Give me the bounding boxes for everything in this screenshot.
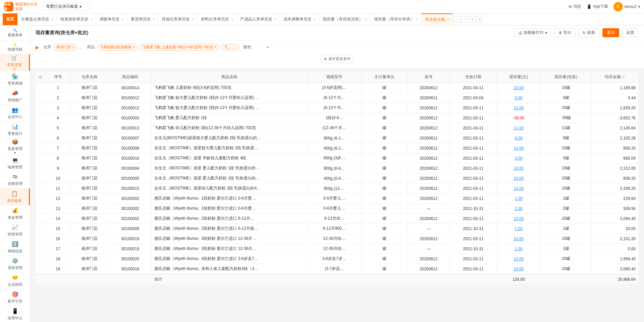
cell-balance: 2,339.20 bbox=[591, 183, 638, 194]
sidebar-item-wholesale[interactable]: 📦 批发管理 ▼ bbox=[0, 138, 30, 155]
cell-qty-main[interactable]: 10.00 bbox=[497, 254, 540, 264]
refresh-button[interactable]: ↻ 刷新 bbox=[578, 28, 600, 37]
sidebar-item-retail-shop[interactable]: 🏪 零售商城 bbox=[0, 71, 30, 88]
cell-balance: 809.20 bbox=[591, 173, 638, 183]
query-button[interactable]: 查询 bbox=[602, 28, 619, 37]
sidebar-item-member[interactable]: 👥 会员中心 bbox=[0, 105, 30, 121]
cell-qty-main[interactable]: 9.00 bbox=[497, 133, 540, 143]
cell-qty-main[interactable]: 10.00 bbox=[497, 163, 540, 173]
tab-outbound-history[interactable]: 其他出库单历史 × bbox=[158, 13, 198, 25]
cell-expire: 2021-03-11 bbox=[450, 143, 497, 153]
tab-order-history[interactable]: 要货单历史 × bbox=[127, 13, 159, 25]
sidebar-item-guide[interactable]: 🎯 新手引导 bbox=[0, 289, 30, 306]
tab-transfer-history[interactable]: 调拨单历史 × bbox=[96, 13, 127, 25]
cell-qty-main[interactable]: 2.00 bbox=[497, 204, 540, 214]
sidebar-item-enterprise[interactable]: 🤝 企业协同 bbox=[0, 272, 30, 289]
goods-tag-1[interactable]: 飞鹤奶粉3段四罐装 × bbox=[97, 44, 138, 51]
goods-tag-more[interactable]: 飞… … bbox=[221, 44, 239, 51]
tab-inventory-status[interactable]: 现存量（库存状况表）× bbox=[319, 13, 371, 25]
tab-close-icon[interactable]: × bbox=[91, 17, 93, 21]
cell-qty-main[interactable]: 10.00 bbox=[497, 173, 540, 183]
goods-tag-2[interactable]: 飞鹤星飞帆 儿童奶粉 4段(3-6岁适用) 700克 × bbox=[139, 44, 219, 51]
nav-next-arrow[interactable]: › bbox=[462, 16, 468, 23]
info-icon[interactable]: ⓘ bbox=[622, 75, 625, 79]
cell-warehouse: 南岸门店 bbox=[70, 83, 109, 93]
warehouse-more[interactable]: … bbox=[79, 45, 83, 50]
th-goods-code: 商品编码 bbox=[109, 71, 151, 83]
tab-batch-account[interactable]: 库存批次账 × bbox=[422, 13, 453, 25]
cell-qty-main[interactable]: 10.00 bbox=[497, 143, 540, 153]
cell-balance: 2,101.20 bbox=[591, 234, 638, 244]
cell-qty-main[interactable]: 10.00 bbox=[497, 83, 540, 93]
tab-close-icon[interactable]: × bbox=[416, 17, 418, 21]
sidebar-item-finance[interactable]: 💰 资金管理 bbox=[0, 205, 30, 222]
cell-qty-main[interactable]: 10.00 bbox=[497, 264, 540, 274]
tag-close-icon[interactable]: × bbox=[133, 45, 135, 49]
color-dropdown-icon[interactable]: ▾ bbox=[267, 45, 269, 50]
sidebar-item-search[interactable]: 🔍 搜索菜单 bbox=[0, 25, 30, 41]
cell-qty-main[interactable]: 10.00 bbox=[497, 103, 540, 113]
cell-qty-main[interactable]: 1.00 bbox=[497, 194, 540, 204]
tab-close-icon[interactable]: × bbox=[153, 17, 155, 21]
sidebar-item-ecommerce[interactable]: 💻 电商管理 bbox=[0, 155, 30, 172]
sidebar-item-system[interactable]: ⚙️ 系统管理 bbox=[0, 256, 30, 272]
tab-close-icon[interactable]: × bbox=[274, 17, 276, 21]
tab-finished-inbound[interactable]: 产成品入库单历史 × bbox=[237, 13, 280, 25]
cell-qty-main[interactable]: 11.00 bbox=[497, 123, 540, 133]
sidebar-item-retail-stat[interactable]: 📊 零售统计 bbox=[0, 121, 30, 138]
tab-close-icon[interactable]: × bbox=[365, 17, 367, 21]
cell-qty-main[interactable]: 10.00 bbox=[497, 214, 540, 224]
export-button[interactable]: ⬇ 导出 bbox=[554, 28, 576, 37]
cell-qty-main[interactable]: 1.00 bbox=[497, 224, 540, 234]
cell-qty-main[interactable]: -39.00 bbox=[497, 113, 540, 123]
tab-inventory-dist[interactable]: 现存量（库存分布表）× bbox=[371, 13, 422, 25]
settings-button[interactable]: 设置 bbox=[622, 28, 639, 37]
cell-qty-pkg: 10罐 bbox=[540, 103, 591, 113]
sidebar-item-marketing[interactable]: 📣 营销推广 bbox=[0, 88, 30, 105]
tab-close-icon[interactable]: × bbox=[314, 17, 316, 21]
tag-close-icon[interactable]: × bbox=[72, 45, 74, 49]
app-download-button[interactable]: 📱 App下载 bbox=[587, 4, 608, 9]
table-settings-icon[interactable]: ⚙ bbox=[39, 75, 42, 79]
tab-distribution-history[interactable]: 分量盘点单历史 × bbox=[18, 13, 57, 25]
tab-close-icon[interactable]: × bbox=[447, 18, 449, 21]
tab-close-icon[interactable]: × bbox=[51, 17, 53, 21]
th-settings[interactable]: ⚙ bbox=[36, 71, 46, 83]
sidebar-item-inventory[interactable]: 📋 库存核算 bbox=[0, 189, 30, 205]
expand-more-button[interactable]: ▼ 展开更多条件 bbox=[321, 55, 354, 63]
tab-material-outbound[interactable]: 材料出库单历史 × bbox=[198, 13, 237, 25]
logo-text: 畅捷通好生意 标题 bbox=[15, 2, 38, 11]
user-menu[interactable]: E demo2 ▾ bbox=[613, 2, 640, 11]
tab-close-icon[interactable]: × bbox=[122, 17, 124, 21]
tag-close-icon[interactable]: × bbox=[214, 45, 216, 49]
sidebar-item-retail[interactable]: 🛒 零售管理 ▼ bbox=[0, 54, 30, 71]
warehouse-tag[interactable]: 南岸门店 × bbox=[53, 44, 77, 51]
cell-spec: 1段(0-6… bbox=[307, 113, 361, 123]
message-button[interactable]: ✉ 消息 bbox=[569, 4, 581, 9]
nav-prev-arrow[interactable]: ‹ bbox=[454, 16, 461, 23]
cell-qty-main[interactable]: 1.00 bbox=[497, 244, 540, 254]
sidebar-item-purchase[interactable]: 🛍 采购管理 bbox=[0, 172, 30, 189]
cell-name: 飞鹤星飞帆 较大婴儿配方奶粉 2段(6-12个月婴幼儿适用) … bbox=[151, 93, 307, 103]
cell-qty-main[interactable]: 10.00 bbox=[497, 234, 540, 244]
tenant-select[interactable]: 母婴行业演示账套 ▾ bbox=[43, 3, 90, 10]
tab-close-icon[interactable]: × bbox=[231, 17, 233, 21]
tab-home[interactable]: 首页 bbox=[3, 13, 18, 25]
cell-qty-main[interactable]: 10.00 bbox=[497, 183, 540, 194]
sidebar-item-business[interactable]: 📈 经营管理 bbox=[0, 222, 30, 239]
collapse-arrow[interactable]: ▶ bbox=[36, 45, 39, 50]
sidebar-item-apps[interactable]: 📱 应用中心 bbox=[0, 306, 30, 322]
sidebar-item-basic[interactable]: ℹ️ 基础信息 bbox=[0, 239, 30, 256]
tab-close-icon[interactable]: × bbox=[192, 17, 194, 21]
sidebar-item-quick-nav[interactable]: ⚡ 快捷导航 bbox=[0, 41, 30, 54]
cell-warehouse: 南岸门店 bbox=[70, 103, 109, 113]
cell-qty-main[interactable]: 0.00 bbox=[497, 93, 540, 103]
table-row: 15 南岸门店 00100009 惠氏启赋（Wyeth illuma）2段奶粉 … bbox=[36, 224, 639, 234]
cell-qty-main[interactable]: 3.00 bbox=[497, 153, 540, 163]
print-button[interactable]: 🖨 按模板打印 ▾ bbox=[514, 28, 551, 37]
tab-cost-adjustment[interactable]: 成本调整单历史 × bbox=[280, 13, 319, 25]
tab-assembly-history[interactable]: 组装拆卸单历史 × bbox=[57, 13, 96, 25]
nav-close-icon[interactable]: × bbox=[469, 16, 476, 23]
nav-menu-icon[interactable]: ≡ bbox=[476, 16, 483, 23]
cell-unit: 罐 bbox=[361, 224, 408, 234]
